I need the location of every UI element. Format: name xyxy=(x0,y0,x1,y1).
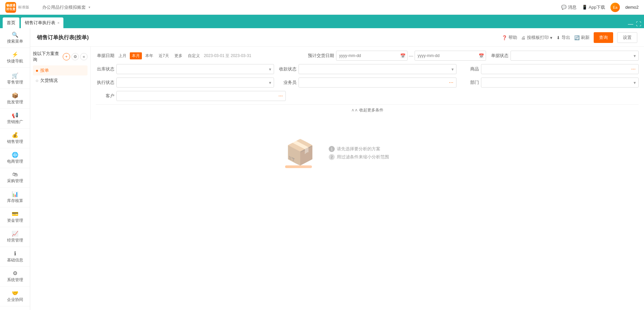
tip-text-2: 用过滤条件来缩小分析范围 xyxy=(337,154,389,160)
gear-icon: ⚙ xyxy=(73,54,77,59)
expected-date-start-wrap: 📅 xyxy=(336,51,408,61)
sidebar-item-basic[interactable]: ℹ 基础信息 xyxy=(0,247,30,267)
tab-maximize-button[interactable]: ⛶ xyxy=(636,21,641,27)
refresh-button[interactable]: 🔄 刷新 xyxy=(574,35,590,41)
tab-active[interactable]: 销售订单执行表 × xyxy=(21,17,63,28)
date-recent7-btn[interactable]: 近7天 xyxy=(157,52,171,59)
filter-row-3: 执行状态 业务员 ··· xyxy=(96,78,639,88)
sidebar: 🔍 搜索菜单 ⚡ 快捷导航 🛒 零售管理 📦 批发管理 📢 营销推广 💰 销售管… xyxy=(0,28,30,310)
expected-date-end-input[interactable] xyxy=(415,51,486,61)
filter-row-2: 出库状态 收款状态 xyxy=(96,64,639,74)
add-plan-button[interactable]: + xyxy=(63,53,70,60)
sidebar-item-enterprise[interactable]: 🤝 企业协同 xyxy=(0,287,30,306)
left-panel-actions: + ⚙ « xyxy=(63,53,88,60)
sidebar-item-operations[interactable]: 📈 经营管理 xyxy=(0,227,30,247)
customer-ellipsis-button[interactable]: ··· xyxy=(278,93,283,99)
sidebar-label-sales: 销售管理 xyxy=(7,139,23,145)
settings-button[interactable]: 设置 xyxy=(617,32,637,43)
salesperson-label: 业务员 xyxy=(278,80,297,86)
sidebar-item-ecommerce[interactable]: 🌐 电商管理 xyxy=(0,148,30,168)
sidebar-label-ecommerce: 电商管理 xyxy=(7,159,23,164)
header-center: 办公用品行业模拟账套 ▾ xyxy=(36,4,561,10)
left-panel-header: 按以下方案查询 + ⚙ « xyxy=(33,51,88,63)
dept-select[interactable] xyxy=(481,78,639,88)
sidebar-item-marketing[interactable]: 📢 营销推广 xyxy=(0,109,30,128)
sidebar-item-finance[interactable]: 💳 资金管理 xyxy=(0,207,30,227)
system-icon: ⚙ xyxy=(13,270,17,276)
date-more-btn[interactable]: 更多 xyxy=(172,52,184,59)
company-dropdown-icon[interactable]: ▾ xyxy=(89,5,90,9)
print-dropdown-icon: ▾ xyxy=(550,35,552,40)
tip-text-1: 请先选择要分析的方案 xyxy=(337,146,380,152)
tab-close-icon[interactable]: × xyxy=(57,21,59,25)
salesperson-ellipsis-button[interactable]: ··· xyxy=(449,80,453,85)
tab-minimize-button[interactable]: — xyxy=(628,21,633,27)
salesperson-input[interactable] xyxy=(302,80,449,85)
sidebar-item-sales[interactable]: 💰 销售管理 xyxy=(0,128,30,148)
date-label: 单据日期 xyxy=(96,53,114,59)
template-print-button[interactable]: 🖨 按模板打印 ▾ xyxy=(521,35,552,41)
expected-date-start-input[interactable] xyxy=(336,51,408,61)
sidebar-item-newuser[interactable]: 🎯 新手引导 xyxy=(0,306,30,310)
status-label: 单据状态 xyxy=(490,53,508,59)
date-cur-month-btn[interactable]: 本月 xyxy=(130,52,142,59)
tip-num-2: 2 xyxy=(329,154,335,160)
marketing-icon: 📢 xyxy=(12,112,18,118)
customer-input[interactable] xyxy=(119,94,278,99)
avatar[interactable]: Ea xyxy=(610,3,620,12)
filter-status: 单据状态 xyxy=(490,51,639,61)
collapse-panel-button[interactable]: « xyxy=(80,53,88,60)
filter-dept: 部门 xyxy=(461,78,639,88)
filter-receipt: 收款状态 xyxy=(278,64,456,74)
query-button[interactable]: 查询 xyxy=(594,32,613,43)
quick-nav-icon: ⚡ xyxy=(12,51,18,58)
logo-text: 标准版 xyxy=(18,5,29,9)
receipt-select[interactable] xyxy=(299,64,456,74)
outbound-label: 出库状态 xyxy=(96,66,114,72)
left-panel: 按以下方案查询 + ⚙ « xyxy=(30,47,91,120)
dept-label: 部门 xyxy=(461,80,479,86)
exec-select[interactable] xyxy=(116,78,274,88)
sidebar-item-wholesale[interactable]: 📦 批发管理 xyxy=(0,89,30,109)
sidebar-label-finance: 资金管理 xyxy=(7,218,23,223)
enterprise-icon: 🤝 xyxy=(12,290,18,296)
sidebar-item-system[interactable]: ⚙ 系统管理 xyxy=(0,267,30,287)
help-button[interactable]: ❓ 帮助 xyxy=(502,35,517,41)
settings-plan-button[interactable]: ⚙ xyxy=(71,53,79,60)
sidebar-item-quick-nav[interactable]: ⚡ 快捷导航 xyxy=(0,48,30,68)
expected-date-range: 📅 — 📅 xyxy=(336,51,486,61)
receipt-label: 收款状态 xyxy=(278,66,297,72)
collapse-button[interactable]: ∧∧ 收起更多条件 xyxy=(351,107,383,113)
date-custom-btn[interactable]: 自定义 xyxy=(186,52,202,59)
date-prev-month-btn[interactable]: 上月 xyxy=(116,52,128,59)
user-name[interactable]: demo2 xyxy=(625,5,639,10)
sidebar-item-retail[interactable]: 🛒 零售管理 xyxy=(0,69,30,89)
tab-home[interactable]: 首页 xyxy=(3,17,19,28)
search-icon: 🔍 xyxy=(12,32,18,38)
status-select[interactable] xyxy=(511,51,639,61)
sidebar-item-inventory[interactable]: 📊 库存核算 xyxy=(0,188,30,207)
export-button[interactable]: ⬇ 导出 xyxy=(556,35,570,41)
exec-label: 执行状态 xyxy=(96,80,114,86)
collapse-icon: « xyxy=(83,54,85,59)
purchase-icon: 🛍 xyxy=(12,171,18,177)
logo-line2: 标准版 xyxy=(18,5,29,9)
sidebar-item-purchase[interactable]: 🛍 采购管理 xyxy=(0,168,30,188)
sidebar-label-quick-nav: 快捷导航 xyxy=(7,58,23,64)
page-title: 销售订单执行表(按单) xyxy=(37,34,89,41)
refresh-icon: 🔄 xyxy=(574,35,580,40)
empty-tip-row-2: 2 用过滤条件来缩小分析范围 xyxy=(329,154,389,160)
plan-item-by-debt[interactable]: ○ 欠货情况 xyxy=(33,75,88,86)
plan-item-by-order[interactable]: ● 按单 xyxy=(33,65,88,75)
sidebar-item-search[interactable]: 🔍 搜索菜单 xyxy=(0,28,30,48)
goods-ellipsis-button[interactable]: ··· xyxy=(631,66,636,72)
app-download-button[interactable]: 📱 App下载 xyxy=(582,4,605,10)
outbound-select[interactable] xyxy=(116,64,274,74)
message-button[interactable]: 💬 消息 xyxy=(561,4,577,10)
plan-label-debt: 欠货情况 xyxy=(40,78,58,84)
tab-bar: 首页 销售订单执行表 × — ⛶ xyxy=(0,15,644,28)
basic-icon: ℹ xyxy=(14,250,16,257)
date-this-year-btn[interactable]: 本年 xyxy=(143,52,155,59)
page-actions: ❓ 帮助 🖨 按模板打印 ▾ ⬇ 导出 🔄 刷新 xyxy=(502,32,637,43)
goods-input[interactable] xyxy=(484,67,631,72)
